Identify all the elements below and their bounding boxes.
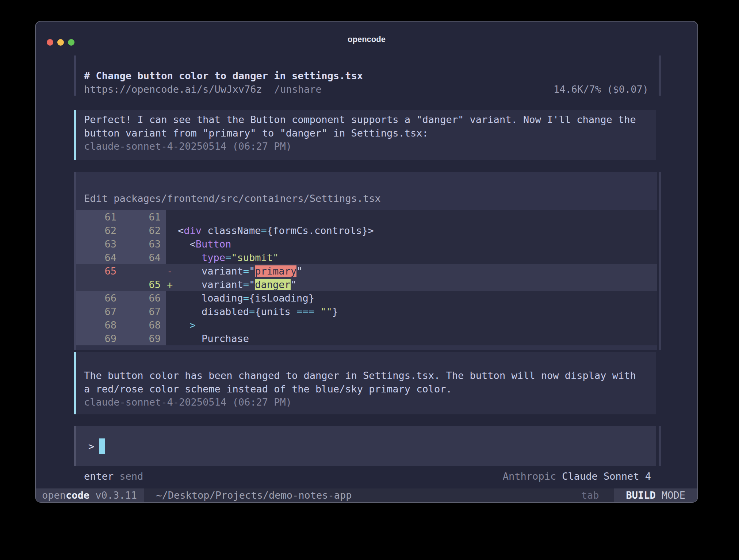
line-number-new [122,264,166,278]
code-line: type="submit" [166,251,657,264]
message-lines: Perfect! I can see that the Button compo… [84,113,656,140]
code-token: " [291,279,296,290]
code-token: variant [178,279,243,290]
diff-row: 6363 <Button [76,237,657,251]
code-token: > [368,225,374,236]
header-left-rule [74,55,76,96]
line-number-new: 65 [122,278,166,291]
message-text-line: button variant from "primary" to "danger… [84,127,656,140]
token-usage-cost: 14.6K/7% ($0.07) [554,84,648,95]
code-token: type [202,252,225,263]
line-number-old: 66 [76,291,122,305]
line-number-new: 63 [122,237,166,251]
code-line: disabled={units === ""} [166,305,657,318]
message-text-line: Perfect! I can see that the Button compo… [84,113,656,127]
edit-file-path: Edit packages/frontend/src/containers/Se… [76,172,657,210]
code-token: = [249,306,255,317]
code-token: variant [178,265,243,277]
model-timestamp: claude-sonnet-4-20250514 (06:27 PM) [84,396,656,409]
line-number-new: 64 [122,251,166,264]
model-indicator: AnthropicClaude Sonnet 4 [503,471,651,482]
line-number-old: 65 [76,264,122,278]
line-number-old: 62 [76,224,122,237]
input-scrollbar[interactable] [659,426,661,466]
share-url-link[interactable]: https://opencode.ai/s/UwJxv76z [84,84,262,95]
unshare-command[interactable]: /unshare [274,84,322,95]
app-name-prefix: open [42,490,66,501]
code-token: = [243,292,249,304]
diff-row: 6767 disabled={units === ""} [76,305,657,318]
assistant-message: The button color has been changed to dan… [74,352,656,414]
line-number-new: 68 [122,318,166,332]
diff-row: 65- variant="primary" [76,264,657,278]
edit-card-scrollbar[interactable] [659,172,661,350]
code-token: loading [178,292,243,304]
session-header: # Change button color to danger in setti… [74,55,661,96]
line-number-old: 69 [76,332,122,345]
prompt-input[interactable]: > [74,426,656,466]
build-mode-chip[interactable]: BUILD MODE [614,488,697,502]
code-line [166,210,657,224]
message-text-line: The button color has been changed to dan… [84,369,656,383]
model-name: Claude Sonnet 4 [562,471,651,482]
code-token: < [178,238,196,250]
text-cursor [99,438,105,454]
code-token: " [249,265,255,277]
code-token: " [296,265,302,277]
code-line: Purchase [166,332,657,345]
mode-toggle-key-hint: tab [581,490,599,501]
session-title: # Change button color to danger in setti… [84,70,363,81]
code-token: = [261,225,267,236]
app-version: v0.3.11 [95,490,137,501]
code-token: {isLoading} [249,292,314,304]
line-number-new: 62 [122,224,166,237]
code-line: <Button [166,237,657,251]
code-token: "submit" [231,252,279,263]
diff-row: 6262<div className={formCs.controls}> [76,224,657,237]
diff-row: 6969 Purchase [76,332,657,345]
code-token: "" [320,306,332,317]
code-token: < [178,225,184,236]
diff-row: 65+ variant="danger" [76,278,657,291]
message-lines: The button color has been changed to dan… [84,369,656,396]
edit-tool-card: Edit packages/frontend/src/containers/Se… [74,172,657,350]
assistant-message: Perfect! I can see that the Button compo… [74,110,656,160]
code-token: disabled [178,306,249,317]
send-hint: entersend [84,471,143,482]
code-token: {formCs.controls} [267,225,368,236]
line-number-new: 67 [122,305,166,318]
code-token: Purchase [178,333,249,344]
hint-key-label: enter [84,471,114,482]
app-name-suffix: code [66,490,89,501]
opencode-terminal-window: opencode # Change button color to danger… [35,21,698,503]
working-directory: ~/Desktop/Projects/demo-notes-app [156,490,581,501]
code-token: " [249,279,255,290]
diff-row: 6464 type="submit" [76,251,657,264]
code-token: > [190,319,196,331]
line-number-old: 68 [76,318,122,332]
code-token [314,306,320,317]
code-line: + variant="danger" [166,278,657,291]
window-titlebar: opencode [36,22,697,52]
diff-row: 6161 [76,210,657,224]
code-line: > [166,318,657,332]
code-token: className [202,225,261,236]
line-number-old: 64 [76,251,122,264]
code-token: {units [255,306,296,317]
code-token [178,319,190,331]
code-token: === [296,306,314,317]
model-timestamp: claude-sonnet-4-20250514 (06:27 PM) [84,140,656,153]
code-token: } [332,306,338,317]
model-provider: Anthropic [503,471,556,482]
window-title: opencode [36,35,697,44]
header-scrollbar[interactable] [659,55,661,96]
mode-suffix-label: MODE [662,490,685,501]
share-url-row: https://opencode.ai/s/UwJxv76z/unshare [84,84,322,95]
line-number-new: 61 [122,210,166,224]
line-number-new: 66 [122,291,166,305]
prompt-symbol: > [88,441,94,452]
mode-label: BUILD [626,490,655,501]
app-version-chip: opencode v0.3.11 [36,488,144,502]
line-number-old: 67 [76,305,122,318]
code-token: = [225,252,231,263]
